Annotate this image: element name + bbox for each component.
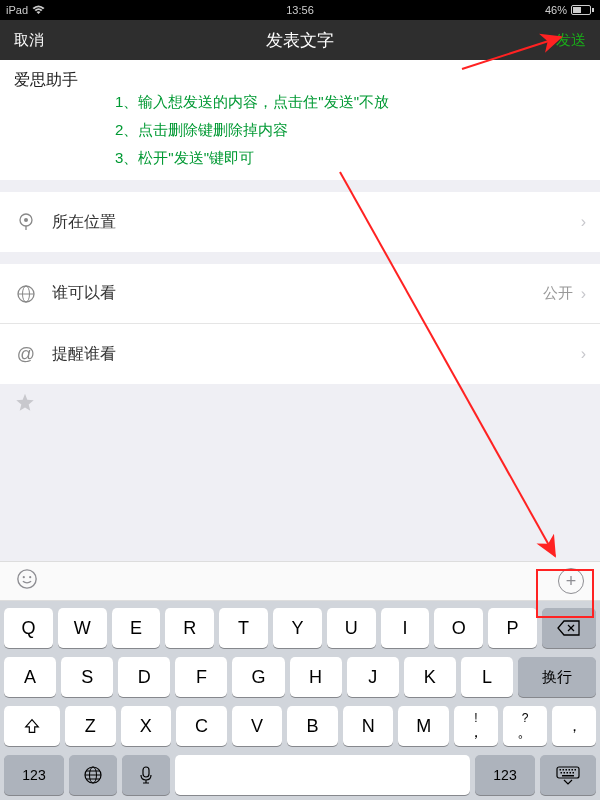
- key-c[interactable]: C: [176, 706, 227, 746]
- key-v[interactable]: V: [232, 706, 283, 746]
- backspace-key[interactable]: [542, 608, 596, 648]
- svg-point-1: [24, 218, 28, 222]
- chevron-right-icon: ›: [581, 285, 586, 303]
- mention-label: 提醒谁看: [52, 344, 116, 365]
- key-z[interactable]: Z: [65, 706, 116, 746]
- svg-rect-15: [143, 767, 149, 777]
- location-row[interactable]: 所在位置 ›: [0, 192, 600, 252]
- svg-rect-26: [567, 772, 569, 774]
- svg-rect-25: [564, 772, 566, 774]
- instruction-overlay: 1、输入想发送的内容，点击住"发送"不放 2、点击删除键删除掉内容 3、松开"发…: [115, 88, 389, 172]
- svg-rect-19: [563, 769, 565, 771]
- svg-rect-29: [562, 775, 574, 777]
- mention-row[interactable]: @ 提醒谁看 ›: [0, 324, 600, 384]
- globe-icon: [14, 282, 38, 306]
- svg-rect-23: [575, 769, 577, 771]
- key-g[interactable]: G: [232, 657, 284, 697]
- send-button[interactable]: 发送: [556, 31, 586, 50]
- svg-point-6: [23, 576, 25, 578]
- key-e[interactable]: E: [112, 608, 161, 648]
- emoji-icon[interactable]: [16, 568, 38, 595]
- key-d[interactable]: D: [118, 657, 170, 697]
- key-w[interactable]: W: [58, 608, 107, 648]
- toolbar-row: +: [0, 561, 600, 601]
- clock: 13:56: [0, 4, 600, 16]
- key-p[interactable]: P: [488, 608, 537, 648]
- instruction-line-3: 3、松开"发送"键即可: [115, 144, 389, 172]
- battery-percent: 46%: [545, 4, 567, 16]
- key-i[interactable]: I: [381, 608, 430, 648]
- key-y[interactable]: Y: [273, 608, 322, 648]
- status-bar: iPad 13:56 46%: [0, 0, 600, 20]
- globe-key[interactable]: [69, 755, 117, 795]
- chevron-right-icon: ›: [581, 213, 586, 231]
- key-b[interactable]: B: [287, 706, 338, 746]
- svg-rect-27: [570, 772, 572, 774]
- comma-key[interactable]: ，: [552, 706, 596, 746]
- numbers-key[interactable]: 123: [4, 755, 64, 795]
- svg-rect-18: [560, 769, 562, 771]
- instruction-line-1: 1、输入想发送的内容，点击住"发送"不放: [115, 88, 389, 116]
- rating-row: [0, 384, 600, 426]
- key-m[interactable]: M: [398, 706, 449, 746]
- chevron-right-icon: ›: [581, 345, 586, 363]
- key-k[interactable]: K: [404, 657, 456, 697]
- visibility-row[interactable]: 谁可以看 公开 ›: [0, 264, 600, 324]
- nav-bar: 取消 发表文字 发送: [0, 20, 600, 60]
- pin-icon: [14, 210, 38, 234]
- wifi-icon: [32, 5, 45, 15]
- key-r[interactable]: R: [165, 608, 214, 648]
- page-title: 发表文字: [0, 29, 600, 52]
- key-q[interactable]: Q: [4, 608, 53, 648]
- key-x[interactable]: X: [121, 706, 172, 746]
- cancel-button[interactable]: 取消: [14, 31, 44, 50]
- compose-text: 爱思助手: [14, 71, 78, 88]
- add-icon[interactable]: +: [558, 568, 584, 594]
- svg-rect-24: [561, 772, 563, 774]
- svg-rect-22: [572, 769, 574, 771]
- hide-keyboard-key[interactable]: [540, 755, 596, 795]
- numbers-key-right[interactable]: 123: [475, 755, 535, 795]
- shift-key[interactable]: [4, 706, 60, 746]
- svg-rect-21: [569, 769, 571, 771]
- key-u[interactable]: U: [327, 608, 376, 648]
- punct-key-0[interactable]: !，: [454, 706, 498, 746]
- instruction-line-2: 2、点击删除键删除掉内容: [115, 116, 389, 144]
- key-n[interactable]: N: [343, 706, 394, 746]
- key-h[interactable]: H: [290, 657, 342, 697]
- key-s[interactable]: S: [61, 657, 113, 697]
- location-label: 所在位置: [52, 212, 116, 233]
- battery-icon: [571, 5, 594, 15]
- punct-key-1[interactable]: ?。: [503, 706, 547, 746]
- star-icon[interactable]: [14, 392, 36, 418]
- mic-key[interactable]: [122, 755, 170, 795]
- svg-point-5: [18, 569, 36, 587]
- enter-key[interactable]: 换行: [518, 657, 596, 697]
- visibility-value: 公开: [543, 284, 573, 303]
- visibility-label: 谁可以看: [52, 283, 116, 304]
- at-icon: @: [14, 342, 38, 366]
- space-key[interactable]: [175, 755, 470, 795]
- svg-point-7: [29, 576, 31, 578]
- svg-rect-28: [573, 772, 575, 774]
- key-l[interactable]: L: [461, 657, 513, 697]
- svg-rect-20: [566, 769, 568, 771]
- key-j[interactable]: J: [347, 657, 399, 697]
- key-o[interactable]: O: [434, 608, 483, 648]
- keyboard: QWERTYUIOP ASDFGHJKL换行 ZXCVBNM!，?。， 123 …: [0, 601, 600, 800]
- key-t[interactable]: T: [219, 608, 268, 648]
- key-f[interactable]: F: [175, 657, 227, 697]
- key-a[interactable]: A: [4, 657, 56, 697]
- device-name: iPad: [6, 4, 28, 16]
